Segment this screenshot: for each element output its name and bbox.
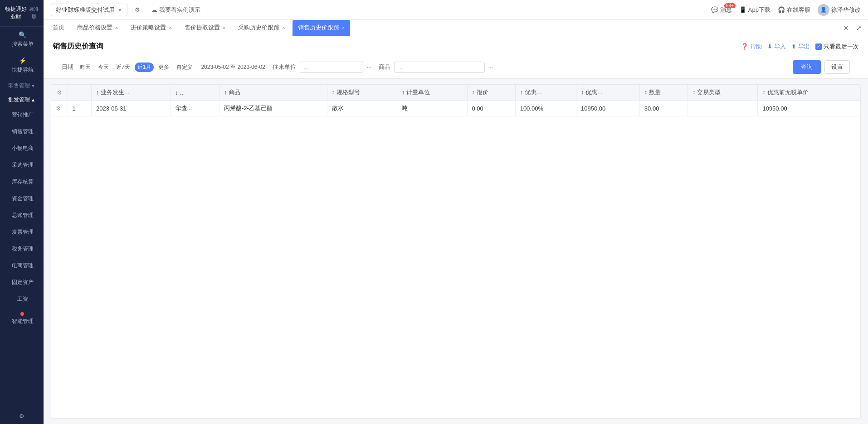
- row-settings-icon[interactable]: ⚙: [56, 105, 61, 112]
- th-price[interactable]: ↕ 报价: [467, 85, 515, 101]
- page-title: 销售历史价查询: [53, 42, 103, 51]
- cell-more: 华查...: [171, 101, 219, 116]
- sidebar-item-purchase[interactable]: 采购管理: [0, 157, 44, 173]
- th-date[interactable]: ↕ 业务发生...: [91, 85, 171, 101]
- cell-discount2: 10950.00: [576, 101, 640, 116]
- settings-button[interactable]: 设置: [824, 60, 850, 74]
- sidebar-item-ecommerce[interactable]: 电商管理: [0, 257, 44, 274]
- table-body: ⚙ 1 2023-05-31 华查... 丙烯酸-2-乙基已酯 散水 吨 0.0…: [51, 101, 860, 116]
- headset-icon: 🎧: [778, 6, 785, 13]
- version-selector[interactable]: 好业财标准版交付试用 ▼: [51, 4, 127, 16]
- main-content: 好业财标准版交付试用 ▼ ⚙ ☁ 我要看实例演示 💬 消息 99+ 📱 App下…: [44, 0, 868, 424]
- table-container: ⚙ ↕ 业务发生... ↕ ... ↕ 商品 ↕ 规格: [51, 84, 861, 419]
- message-icon: 💬: [711, 6, 718, 13]
- supplier-more-icon[interactable]: ···: [367, 64, 371, 70]
- sidebar-item-marketing[interactable]: 营销推广: [0, 106, 44, 123]
- product-input[interactable]: [394, 62, 485, 73]
- th-qty[interactable]: ↕ 数量: [639, 85, 688, 101]
- sidebar-item-assets[interactable]: 固定资产: [0, 274, 44, 291]
- help-icon: ❓: [741, 43, 748, 50]
- sidebar-item-inventory[interactable]: 库存核算: [0, 173, 44, 190]
- tab-product-price[interactable]: 商品价格设置 ×: [72, 20, 123, 36]
- tab-close-sale-history[interactable]: ×: [342, 25, 345, 30]
- phone-icon: 📱: [739, 6, 746, 13]
- tab-close-purchase-strategy[interactable]: ×: [169, 25, 171, 30]
- tab-close-product-price[interactable]: ×: [115, 25, 118, 30]
- topbar-settings-button[interactable]: ⚙: [131, 4, 144, 16]
- topbar: 好业财标准版交付试用 ▼ ⚙ ☁ 我要看实例演示 💬 消息 99+ 📱 App下…: [44, 0, 868, 20]
- sidebar-item-sales[interactable]: 销售管理: [0, 123, 44, 140]
- message-button[interactable]: 💬 消息 99+: [711, 6, 732, 14]
- th-spec[interactable]: ↕ 规格型号: [327, 85, 397, 101]
- sidebar-item-search[interactable]: 🔍 搜索菜单: [0, 27, 44, 53]
- export-button[interactable]: ⬆ 导出: [791, 43, 810, 51]
- table-row: ⚙ 1 2023-05-31 华查... 丙烯酸-2-乙基已酯 散水 吨 0.0…: [51, 101, 860, 116]
- message-badge: 99+: [724, 3, 736, 8]
- th-unit[interactable]: ↕ 计量单位: [397, 85, 467, 101]
- cell-trans-type: [688, 101, 757, 116]
- tab-sale-extract[interactable]: 售价提取设置 ×: [179, 20, 231, 36]
- date-option-custom[interactable]: 自定义: [174, 63, 195, 72]
- sidebar-item-payroll[interactable]: 工资: [0, 291, 44, 308]
- date-options: 昨天 今天 近7天 近1月 更多 自定义: [77, 63, 195, 72]
- sidebar-item-retail[interactable]: 零售管理 ▼: [0, 78, 44, 92]
- page-area: 销售历史价查询 ❓ 帮助 ⬇ 导入 ⬆ 导出 ✓: [44, 36, 868, 424]
- only-last-checkbox[interactable]: ✓ 只看最后一次: [815, 43, 859, 51]
- sidebar-item-ecommerce-small[interactable]: 小畅电商: [0, 140, 44, 157]
- cell-unit: 吨: [397, 101, 467, 116]
- user-info[interactable]: 👤 徐泽华修改: [818, 4, 861, 16]
- supplier-label: 往来单位: [273, 63, 296, 71]
- sidebar-item-quick-nav[interactable]: ⚡ 快捷导航: [0, 53, 44, 78]
- filter-actions: 查询 设置: [793, 60, 850, 74]
- tab-close-btn[interactable]: ✕: [841, 23, 852, 34]
- tab-purchase-strategy[interactable]: 进价策略设置 ×: [125, 20, 177, 36]
- supplier-input[interactable]: [300, 62, 363, 73]
- tab-sale-history[interactable]: 销售历史价跟踪 ×: [293, 20, 350, 36]
- export-icon: ⬆: [791, 43, 796, 50]
- tab-purchase-history[interactable]: 采购历史价跟踪 ×: [233, 20, 290, 36]
- sidebar-item-smart[interactable]: 智能管理: [0, 308, 44, 330]
- date-option-today[interactable]: 今天: [95, 63, 112, 72]
- demo-icon: ☁: [151, 6, 157, 14]
- tabs-bar: 首页 商品价格设置 × 进价策略设置 × 售价提取设置 × 采购历史价跟踪 × …: [44, 20, 868, 36]
- sidebar: 畅捷通好业财 标准版 🔍 搜索菜单 ⚡ 快捷导航 零售管理 ▼ 批发管理 ▲ 营…: [0, 0, 44, 424]
- date-option-7days[interactable]: 近7天: [113, 63, 133, 72]
- avatar: 👤: [818, 4, 829, 16]
- th-trans-type[interactable]: ↕ 交易类型: [688, 85, 757, 101]
- tab-close-purchase-history[interactable]: ×: [282, 25, 285, 30]
- sidebar-item-finance[interactable]: 资金管理: [0, 190, 44, 207]
- th-notax-price[interactable]: ↕ 优惠前无税单价: [758, 85, 860, 101]
- date-option-yesterday[interactable]: 昨天: [77, 63, 93, 72]
- th-discount1[interactable]: ↕ 优惠...: [515, 85, 576, 101]
- table-settings-icon[interactable]: ⚙: [57, 89, 62, 96]
- page-title-row: 销售历史价查询 ❓ 帮助 ⬇ 导入 ⬆ 导出 ✓: [53, 42, 859, 51]
- tab-close-sale-extract[interactable]: ×: [223, 25, 225, 30]
- date-option-more[interactable]: 更多: [156, 63, 172, 72]
- sidebar-item-tax[interactable]: 税务管理: [0, 241, 44, 257]
- cell-notax-price: 10950.00: [758, 101, 860, 116]
- tab-expand-btn[interactable]: ⤢: [853, 23, 864, 34]
- supplier-filter-group: 往来单位 ···: [273, 62, 371, 73]
- th-more[interactable]: ↕ ...: [171, 85, 219, 101]
- product-filter-group: 商品 ···: [379, 62, 493, 73]
- th-discount2[interactable]: ↕ 优惠...: [576, 85, 640, 101]
- sidebar-settings-btn[interactable]: ⚙: [0, 408, 44, 424]
- sidebar-item-invoice[interactable]: 发票管理: [0, 224, 44, 241]
- query-button[interactable]: 查询: [793, 60, 821, 74]
- demo-button[interactable]: ☁ 我要看实例演示: [147, 4, 204, 16]
- page-actions: ❓ 帮助 ⬇ 导入 ⬆ 导出 ✓ 只看最后一次: [741, 43, 859, 51]
- import-button[interactable]: ⬇ 导入: [767, 43, 786, 51]
- tab-home[interactable]: 首页: [47, 20, 70, 36]
- th-product[interactable]: ↕ 商品: [219, 85, 327, 101]
- cell-product: 丙烯酸-2-乙基已酯: [219, 101, 327, 116]
- smart-dot-icon: [20, 312, 24, 316]
- app-download-button[interactable]: 📱 App下载: [739, 6, 770, 14]
- sidebar-item-wholesale[interactable]: 批发管理 ▲: [0, 92, 44, 106]
- product-more-icon[interactable]: ···: [488, 64, 493, 70]
- filter-row: 日期 昨天 今天 近7天 近1月 更多 自定义 2023-05-02 至 202…: [53, 57, 859, 78]
- sidebar-item-accounting[interactable]: 总账管理: [0, 207, 44, 224]
- help-button[interactable]: ❓ 帮助: [741, 43, 762, 51]
- date-option-1month[interactable]: 近1月: [135, 63, 154, 72]
- date-range: 2023-05-02 至 2023-06-02: [201, 63, 265, 71]
- online-service-button[interactable]: 🎧 在线客服: [778, 6, 810, 14]
